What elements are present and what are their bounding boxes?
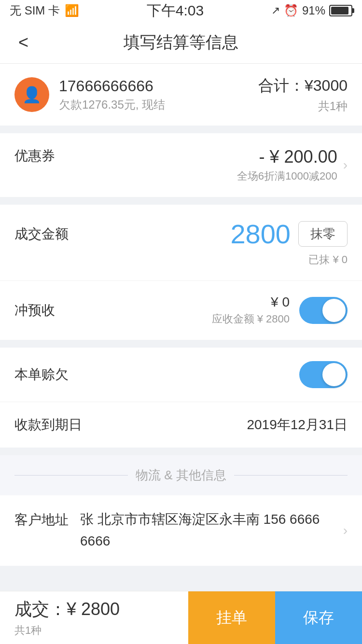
customer-info: 17666666666 欠款1276.35元, 现结 [59,77,165,112]
prepay-section: 冲预收 ¥ 0 应收金额 ¥ 2800 [0,281,362,340]
bottom-summary-label: 成交： [14,599,67,619]
address-chevron-icon: › [343,523,348,538]
amount-right: 2800 抹零 [230,218,348,250]
header-line-left [14,475,128,476]
section-divider-3 [0,448,362,455]
prepay-label: 冲预收 [14,301,55,320]
address-label: 客户地址 [14,511,69,529]
hold-button[interactable]: 挂单 [188,591,275,644]
bottom-summary-main: 成交：¥ 2800 [14,598,174,621]
alarm-icon: ⏰ [284,4,298,17]
content: 👤 17666666666 欠款1276.35元, 现结 合计：¥3000 共1… [0,64,362,644]
due-date-value: 2019年12月31日 [247,416,348,434]
coupon-label: 优惠券 [14,147,55,165]
amount-label: 成交金额 [14,225,69,243]
customer-right: 合计：¥3000 共1种 [258,75,348,114]
status-bar-left: 无 SIM 卡 📶 [10,3,79,18]
bottom-bar: 成交：¥ 2800 共1种 挂单 保存 [0,591,362,644]
section-divider-2 [0,340,362,348]
page-title: 填写结算等信息 [124,31,238,54]
status-bar-right: ↗ ⏰ 91% [271,4,352,17]
save-button[interactable]: 保存 [275,591,362,644]
address-value: 张 北京市市辖区海淀区永丰南 156 6666 6666 [80,509,343,552]
debt-label: 本单赊欠 [14,365,69,384]
carrier-text: 无 SIM 卡 [10,3,60,18]
avatar: 👤 [14,77,49,112]
header-line-right [234,475,348,476]
amount-sub: 已抹 ¥ 0 [14,252,348,267]
bottom-summary-value: ¥ 2800 [67,599,120,619]
battery-percent: 91% [302,4,325,17]
back-button[interactable]: < [14,28,33,57]
due-date-row: 收款到期日 2019年12月31日 [0,402,362,448]
debt-toggle[interactable] [299,361,348,388]
battery-fill [331,7,348,14]
logistics-header: 物流 & 其他信息 [0,455,362,495]
due-date-label: 收款到期日 [14,416,82,434]
debt-row: 本单赊欠 [0,348,362,402]
status-bar-time: 下午4:03 [147,1,204,21]
customer-sub: 欠款1276.35元, 现结 [59,97,165,112]
section-divider-1 [0,197,362,205]
toggle-knob [322,299,346,322]
nav-bar: < 填写结算等信息 [0,21,362,64]
logistics-header-text: 物流 & 其他信息 [136,467,226,484]
round-button[interactable]: 抹零 [298,221,348,247]
amount-value: 2800 [230,218,291,250]
bottom-summary-count: 共1种 [14,623,174,638]
prepay-row: 冲预收 ¥ 0 应收金额 ¥ 2800 [14,294,348,326]
prepay-sub: 应收金额 ¥ 2800 [212,312,290,326]
prepay-right: ¥ 0 应收金额 ¥ 2800 [212,294,290,326]
customer-count: 共1种 [258,98,348,114]
wifi-icon: 📶 [65,4,79,17]
coupon-row[interactable]: 优惠券 - ¥ 200.00 全场6折满1000减200 › [0,133,362,197]
prepay-toggle[interactable] [299,297,348,324]
customer-phone: 17666666666 [59,77,165,95]
prepay-value: ¥ 0 [212,294,290,310]
coupon-chevron-icon: › [343,157,348,173]
amount-section: 成交金额 2800 抹零 已抹 ¥ 0 [0,205,362,281]
customer-total: 合计：¥3000 [258,75,348,97]
avatar-icon: 👤 [22,85,42,104]
debt-section: 本单赊欠 收款到期日 2019年12月31日 [0,348,362,448]
amount-row: 成交金额 2800 抹零 [14,218,348,250]
coupon-section: 优惠券 - ¥ 200.00 全场6折满1000减200 › [0,133,362,197]
customer-left: 👤 17666666666 欠款1276.35元, 现结 [14,77,165,112]
coupon-desc: 全场6折满1000减200 [237,169,337,183]
bottom-summary: 成交：¥ 2800 共1种 [0,598,188,638]
status-bar: 无 SIM 卡 📶 下午4:03 ↗ ⏰ 91% [0,0,362,21]
customer-card: 👤 17666666666 欠款1276.35元, 现结 合计：¥3000 共1… [0,64,362,126]
coupon-discount: - ¥ 200.00 [237,147,337,167]
location-icon: ↗ [271,4,280,17]
debt-toggle-knob [322,363,346,386]
address-row[interactable]: 客户地址 张 北京市市辖区海淀区永丰南 156 6666 6666 › [0,495,362,566]
battery-icon [329,5,352,16]
